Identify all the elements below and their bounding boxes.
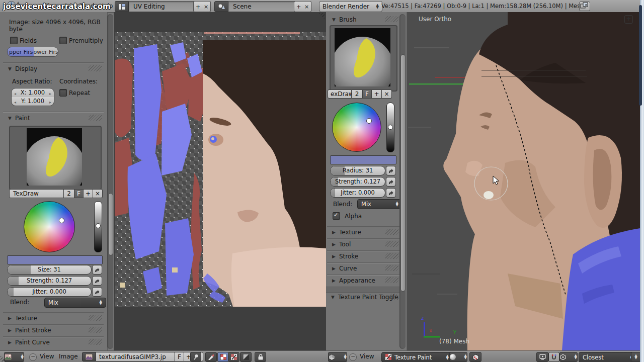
panel-drag-hatch[interactable] (89, 339, 102, 345)
uv-image-editor-canvas[interactable] (114, 12, 327, 350)
jitter-pressure-icon[interactable] (386, 188, 396, 198)
snap-target-dropdown[interactable]: Closest ▲▼ (579, 352, 637, 362)
strength-pressure-icon[interactable] (386, 177, 396, 187)
paint-mode-button[interactable] (205, 352, 217, 362)
panel-drag-hatch[interactable] (89, 327, 102, 333)
add-brush-button[interactable]: + (372, 89, 382, 99)
curve-panel-header[interactable]: ▶ Curve (332, 265, 357, 272)
viewport-3d[interactable]: User Ortho (78) Mesh z x Y + (407, 12, 640, 350)
unlink-brush-button[interactable]: × (93, 189, 103, 198)
window-duplicate-icon[interactable] (579, 2, 590, 11)
jitter-pressure-icon[interactable] (92, 287, 102, 297)
fake-user-button[interactable]: F (74, 189, 84, 198)
brush-users-button[interactable]: 2 (64, 189, 74, 198)
panel-drag-hatch[interactable] (89, 315, 102, 321)
blend-dropdown[interactable]: Mix ▲▼ (44, 298, 106, 308)
panel-drag-hatch[interactable] (385, 277, 398, 283)
texture-paint-toggle-header[interactable]: ▼ Texture Paint Toggle (331, 294, 398, 301)
tool-panel-header[interactable]: ▶ Tool (332, 241, 351, 248)
add-brush-button[interactable]: + (84, 189, 93, 198)
display-panel-header[interactable]: ▼ Display (8, 65, 37, 72)
scrollbar-thumb[interactable] (108, 193, 113, 255)
scrollbar-thumb[interactable] (400, 54, 406, 292)
brush-users-button[interactable]: 2 (352, 89, 363, 99)
panel-drag-hatch[interactable] (385, 16, 398, 22)
strength-pressure-icon[interactable] (92, 276, 102, 286)
viewport-shading-dropdown[interactable]: ▲▼ (449, 352, 467, 362)
jitter-slider[interactable]: Jitter: 0.000 (330, 188, 385, 198)
collapse-menus-icon[interactable]: − (29, 353, 37, 361)
snap-toggle-button[interactable] (548, 352, 559, 362)
video-scrollbar-thumb[interactable] (639, 5, 642, 106)
blend-dropdown[interactable]: Mix ▲▼ (357, 199, 403, 209)
screen-layout-name[interactable]: UV Editing (129, 1, 195, 12)
stroke-panel-header[interactable]: ▶ Stroke (332, 253, 358, 260)
size-pressure-icon[interactable] (92, 265, 102, 275)
update-lock-button[interactable] (255, 352, 266, 362)
brush-preview-box[interactable] (9, 126, 102, 190)
paint-panel-header[interactable]: ▼ Paint (8, 115, 30, 122)
radius-pressure-icon[interactable] (386, 166, 396, 175)
color-wheel[interactable] (24, 201, 75, 252)
aspect-x-field[interactable]: ◂ X: 1.000 ▸ (11, 88, 54, 98)
alpha-checkbox[interactable]: ✓ (333, 212, 340, 220)
uv-menu-view[interactable]: View (40, 353, 54, 360)
editor-type-selector[interactable]: ▲▼ (328, 352, 347, 362)
scene-selector[interactable]: Scene (214, 1, 297, 11)
texture-panel-header[interactable]: ▶ Texture (332, 229, 361, 236)
increment-icon[interactable]: ▸ (49, 99, 51, 107)
image-datablock-icon[interactable] (82, 352, 96, 361)
properties-region-plus-icon[interactable]: + (624, 15, 633, 24)
mode-dropdown[interactable]: Texture Paint ▲▼ (381, 352, 453, 362)
upper-first-button[interactable]: pper Firs (8, 47, 34, 56)
repeat-checkbox[interactable] (59, 89, 67, 97)
brush-color-swatch[interactable] (330, 155, 396, 164)
vp-menu-view[interactable]: View (360, 353, 374, 360)
panel-drag-hatch[interactable] (89, 65, 102, 71)
editor-type-selector[interactable]: ▲▼ (4, 352, 24, 362)
screen-layout-selector[interactable]: UV Editing (115, 1, 195, 11)
uv-menu-image[interactable]: Image (59, 353, 78, 360)
tool-shelf-scrollbar[interactable] (399, 14, 406, 349)
size-slider[interactable]: Size: 31 (7, 265, 92, 275)
color-wheel[interactable] (332, 103, 381, 152)
lower-first-button[interactable]: ower Firs (34, 47, 58, 56)
render-engine-dropdown[interactable]: Blender Render ▲▼ (319, 1, 382, 12)
brush-name-field[interactable]: exDraw (328, 89, 352, 99)
properties-panel-scrollbar[interactable] (107, 14, 113, 349)
paint-curve-panel-header[interactable]: ▶ Paint Curve (8, 339, 50, 346)
paint-stroke-panel-header[interactable]: ▶ Paint Stroke (8, 327, 51, 334)
brush-name-field[interactable]: TexDraw (9, 189, 64, 198)
panel-drag-hatch[interactable] (389, 294, 398, 300)
close-layout-button[interactable]: × (202, 1, 211, 12)
jitter-slider[interactable]: Jitter: 0.000 (7, 287, 92, 297)
collapse-menus-icon[interactable]: − (349, 353, 357, 361)
manipulator-button[interactable] (536, 352, 548, 362)
paint-checker-button[interactable] (228, 352, 239, 362)
appearance-panel-header[interactable]: ▶ Appearance (332, 277, 375, 284)
fields-checkbox[interactable] (10, 37, 18, 44)
fake-user-button[interactable]: F (363, 89, 372, 99)
header-scroll-stepper[interactable]: ▲▼ (631, 352, 641, 362)
pin-image-button[interactable] (190, 352, 201, 362)
radius-slider[interactable]: Radius: 31 (330, 166, 385, 175)
strength-slider[interactable]: Strength: 0.127 (330, 177, 385, 187)
brush-preview-box[interactable] (330, 25, 397, 92)
color-wheel-picker-dot[interactable] (59, 218, 64, 223)
aspect-y-field[interactable]: ◂ Y: 1.000 ▸ (11, 97, 54, 106)
image-name-field[interactable]: texturadifusaGIMP3.jp (96, 352, 175, 361)
strength-slider[interactable]: Strength: 0.127 (7, 276, 92, 286)
unlink-brush-button[interactable]: × (382, 89, 392, 99)
panel-drag-hatch[interactable] (385, 253, 398, 259)
scene-name[interactable]: Scene (228, 1, 297, 12)
premultiply-checkbox[interactable] (59, 37, 67, 44)
brush-color-swatch[interactable] (7, 255, 103, 264)
brush-panel-header[interactable]: ▼ Brush (332, 16, 357, 23)
value-slider-dot[interactable] (388, 125, 393, 130)
panel-drag-hatch[interactable] (385, 265, 398, 271)
snap-element-button[interactable]: ▲▼ (559, 352, 578, 362)
close-scene-button[interactable]: × (302, 1, 311, 12)
panel-drag-hatch[interactable] (385, 229, 398, 235)
fake-user-button[interactable]: F (175, 352, 184, 361)
decrement-icon[interactable]: ◂ (14, 99, 16, 107)
